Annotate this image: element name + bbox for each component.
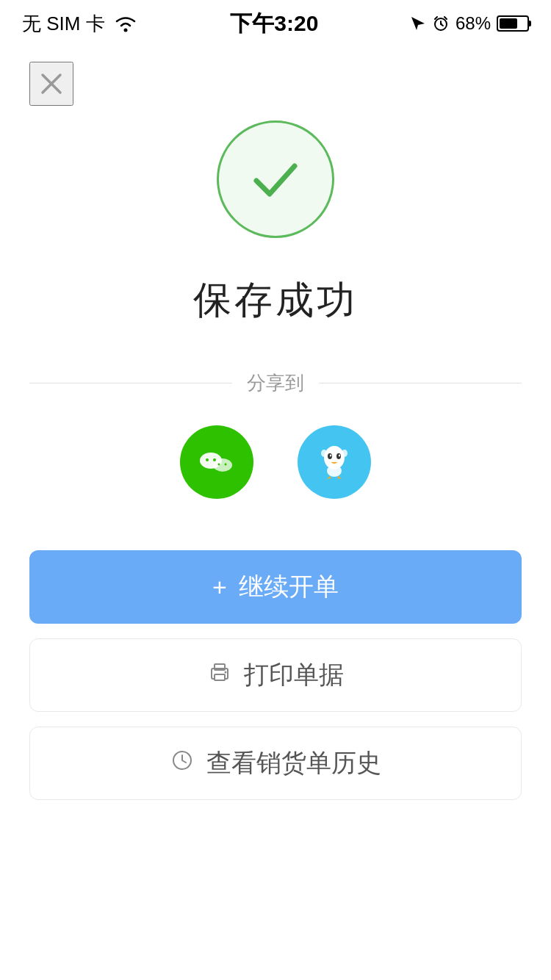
action-buttons: + 继续开单 打印单据 查看销货单历史 — [29, 550, 522, 800]
svg-point-8 — [218, 464, 220, 466]
svg-point-12 — [336, 453, 341, 459]
status-left: 无 SIM 卡 — [22, 11, 139, 37]
svg-point-16 — [321, 450, 327, 457]
share-divider: 分享到 — [29, 370, 522, 396]
print-icon — [207, 660, 232, 691]
svg-point-6 — [206, 458, 209, 461]
continue-icon: + — [212, 573, 227, 602]
battery-indicator — [497, 15, 529, 32]
share-row — [29, 425, 522, 499]
success-title: 保存成功 — [193, 275, 358, 326]
divider-right — [319, 383, 522, 383]
success-icon-circle — [217, 120, 334, 238]
sim-text: 无 SIM 卡 — [22, 11, 105, 37]
svg-point-13 — [330, 455, 331, 457]
history-button[interactable]: 查看销货单历史 — [29, 727, 522, 800]
svg-point-21 — [225, 671, 227, 674]
svg-rect-20 — [215, 674, 225, 680]
close-button[interactable] — [29, 62, 73, 106]
share-qq-button[interactable] — [298, 425, 371, 499]
status-right: 68% — [410, 13, 529, 34]
print-label: 打印单据 — [244, 658, 344, 692]
status-bar: 无 SIM 卡 下午3:20 68% — [0, 0, 551, 47]
print-button[interactable]: 打印单据 — [29, 638, 522, 712]
svg-point-14 — [339, 455, 340, 457]
checkmark-icon — [246, 150, 305, 209]
continue-button[interactable]: + 继续开单 — [29, 550, 522, 624]
wifi-icon — [112, 14, 139, 33]
qq-icon — [312, 440, 356, 484]
svg-point-17 — [342, 450, 347, 457]
svg-point-7 — [213, 458, 216, 461]
svg-point-5 — [213, 458, 232, 472]
share-wechat-button[interactable] — [180, 425, 253, 499]
location-icon — [410, 15, 426, 32]
status-time: 下午3:20 — [230, 9, 318, 39]
svg-point-9 — [225, 464, 227, 466]
svg-point-15 — [327, 465, 342, 477]
divider-left — [29, 383, 232, 383]
alarm-icon — [432, 15, 450, 32]
svg-point-11 — [328, 453, 332, 459]
history-icon — [170, 748, 195, 779]
battery-percent: 68% — [455, 13, 491, 34]
wechat-icon — [195, 440, 239, 484]
continue-label: 继续开单 — [239, 570, 339, 604]
svg-point-0 — [123, 29, 127, 32]
main-content: 保存成功 分享到 — [0, 47, 551, 800]
history-label: 查看销货单历史 — [206, 746, 381, 780]
share-label: 分享到 — [247, 370, 304, 396]
